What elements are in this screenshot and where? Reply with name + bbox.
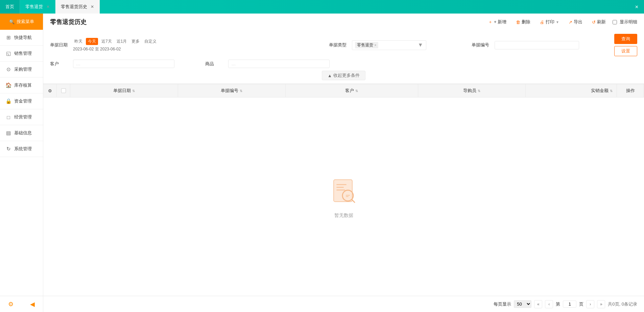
first-page-button[interactable]: «: [534, 300, 542, 308]
guide-sort-icon: ⇅: [478, 89, 480, 93]
sidebar-item-sales-mgmt[interactable]: ◱ 销售管理: [0, 46, 43, 62]
tab-home[interactable]: 首页: [0, 0, 20, 14]
tab-retail-return-history-close[interactable]: ✕: [91, 4, 94, 9]
tab-retail-return-label: 零售退货: [25, 4, 43, 10]
collapse-bar-wrapper: ▲ 收起更多条件: [50, 71, 637, 84]
tab-retail-return-close[interactable]: ✕: [46, 4, 50, 9]
page-number-input[interactable]: [563, 300, 576, 308]
svg-rect-1: [336, 184, 347, 185]
date-option-today[interactable]: 今天: [86, 38, 98, 45]
customer-sort-icon: ⇅: [355, 89, 358, 93]
number-filter-label: 单据编号: [472, 42, 492, 48]
print-label: 打印: [546, 19, 554, 25]
tab-retail-return-history[interactable]: 零售退货历史 ✕: [55, 0, 100, 14]
filter-row-1: 单据日期 昨天 今天 近7天 近1月 更多 自定义 2023-06-02 至 2…: [50, 34, 637, 56]
last-page-button[interactable]: »: [597, 300, 605, 308]
collapse-sidebar-icon[interactable]: ◀: [30, 300, 35, 308]
date-option-custom[interactable]: 自定义: [143, 38, 158, 45]
th-action-label: 操作: [626, 88, 635, 94]
print-icon: 🖨: [540, 20, 544, 25]
tab-retail-return-history-label: 零售退货历史: [61, 4, 87, 10]
table-area: ⚙ 单据日期 ⇅ 单据编号 ⇅ 客户 ⇅ 导购员: [43, 84, 644, 296]
filter-type: 单据类型 零售退货 × ▼: [329, 40, 465, 50]
basic-info-icon: ▤: [5, 130, 11, 136]
page-title: 零售退货历史: [50, 18, 87, 26]
date-range-display: 2023-06-02 至 2023-06-02: [73, 46, 158, 52]
export-button[interactable]: ↗ 导出: [566, 18, 585, 26]
goods-filter-input[interactable]: …: [228, 60, 330, 68]
type-filter-box[interactable]: 零售退货 × ▼: [352, 40, 426, 50]
th-guide-label: 导购员: [463, 88, 476, 94]
page-suffix: 页: [579, 301, 583, 307]
empty-illustration: [327, 175, 361, 208]
total-info: 共0页, 0条记录: [608, 301, 637, 307]
show-detail-checkbox[interactable]: [613, 20, 617, 24]
query-button[interactable]: 查询: [614, 34, 637, 44]
date-option-1month[interactable]: 近1月: [115, 38, 128, 45]
sidebar-item-quick-nav[interactable]: ⊞ 快捷导航: [0, 30, 43, 46]
filter-row-2: 客户 … 商品 …: [50, 60, 637, 68]
toolbar: ＋ + 新增 🗑 删除 🖨 打印 ▼ ↗ 导出: [485, 18, 637, 26]
refresh-button[interactable]: ↺ 刷新: [589, 18, 609, 26]
th-customer[interactable]: 客户 ⇅: [286, 84, 418, 97]
tab-home-label: 首页: [5, 4, 14, 10]
date-filter-label: 单据日期: [50, 42, 70, 48]
per-page-select[interactable]: 50 10 20 100: [514, 300, 531, 308]
th-amount-label: 实销金额: [591, 88, 609, 94]
th-check[interactable]: [57, 84, 70, 97]
settings-button[interactable]: 设置: [614, 46, 637, 56]
tab-retail-return[interactable]: 零售退货 ✕: [20, 0, 55, 14]
th-amount[interactable]: 实销金额 ⇅: [526, 84, 617, 97]
date-option-7days[interactable]: 近7天: [100, 38, 113, 45]
sidebar-search[interactable]: 🔍 搜索菜单: [0, 14, 43, 30]
customer-filter-label: 客户: [50, 61, 70, 67]
quick-nav-icon: ⊞: [5, 35, 11, 41]
svg-rect-8: [346, 196, 349, 197]
table-header: ⚙ 单据日期 ⇅ 单据编号 ⇅ 客户 ⇅ 导购员: [43, 84, 644, 97]
date-option-yesterday[interactable]: 昨天: [73, 38, 84, 45]
new-button[interactable]: ＋ + 新增: [485, 18, 509, 26]
type-filter-label: 单据类型: [329, 42, 349, 48]
new-icon: ＋: [488, 19, 493, 25]
prev-page-icon: ‹: [548, 302, 550, 307]
prev-page-button[interactable]: ‹: [545, 300, 553, 308]
settings-icon[interactable]: ⚙: [8, 300, 14, 308]
th-number[interactable]: 单据编号 ⇅: [178, 84, 286, 97]
query-buttons: 查询 设置: [614, 34, 637, 56]
system-mgmt-icon: ↻: [5, 146, 11, 152]
th-guide[interactable]: 导购员 ⇅: [418, 84, 526, 97]
show-detail-toggle[interactable]: 显示明细: [613, 19, 637, 25]
sidebar-item-basic-info-label: 基础信息: [14, 130, 32, 136]
type-tag-close[interactable]: ×: [375, 43, 377, 47]
sidebar-item-purchase-mgmt[interactable]: ⊙ 采购管理: [0, 62, 43, 77]
th-date[interactable]: 单据日期 ⇅: [70, 84, 178, 97]
print-arrow: ▼: [556, 20, 559, 24]
type-tag-label: 零售退货: [357, 42, 373, 48]
print-button[interactable]: 🖨 打印 ▼: [537, 18, 562, 26]
number-filter-input[interactable]: [495, 41, 579, 49]
delete-button[interactable]: 🗑 删除: [513, 18, 533, 26]
next-page-button[interactable]: ›: [586, 300, 594, 308]
tab-list: 首页 零售退货 ✕ 零售退货历史 ✕: [0, 0, 635, 14]
settings-gear-icon: ⚙: [48, 88, 52, 93]
sidebar-item-basic-info[interactable]: ▤ 基础信息: [0, 125, 43, 141]
new-label: + 新增: [494, 19, 506, 25]
sidebar-item-inventory[interactable]: 🏠 库存核算: [0, 77, 43, 93]
sidebar-item-sales-mgmt-label: 销售管理: [14, 50, 32, 57]
top-bar-close[interactable]: ✕: [635, 0, 644, 14]
sidebar-item-operations-label: 经营管理: [14, 114, 32, 120]
svg-rect-2: [336, 187, 344, 188]
number-sort-icon: ⇅: [240, 89, 242, 93]
sidebar-item-finance[interactable]: 🔒 资金管理: [0, 93, 43, 109]
th-customer-label: 客户: [345, 88, 354, 94]
collapse-filter-button[interactable]: ▲ 收起更多条件: [322, 71, 365, 80]
select-all-checkbox[interactable]: [61, 88, 66, 93]
sidebar-item-operations[interactable]: □ 经营管理: [0, 109, 43, 125]
sales-mgmt-icon: ◱: [5, 50, 11, 57]
sidebar-item-system-mgmt[interactable]: ↻ 系统管理: [0, 141, 43, 157]
date-option-more[interactable]: 更多: [130, 38, 141, 45]
customer-filter-input[interactable]: …: [73, 60, 174, 68]
th-settings[interactable]: ⚙: [43, 84, 57, 97]
operations-icon: □: [5, 114, 11, 120]
export-label: 导出: [574, 19, 582, 25]
